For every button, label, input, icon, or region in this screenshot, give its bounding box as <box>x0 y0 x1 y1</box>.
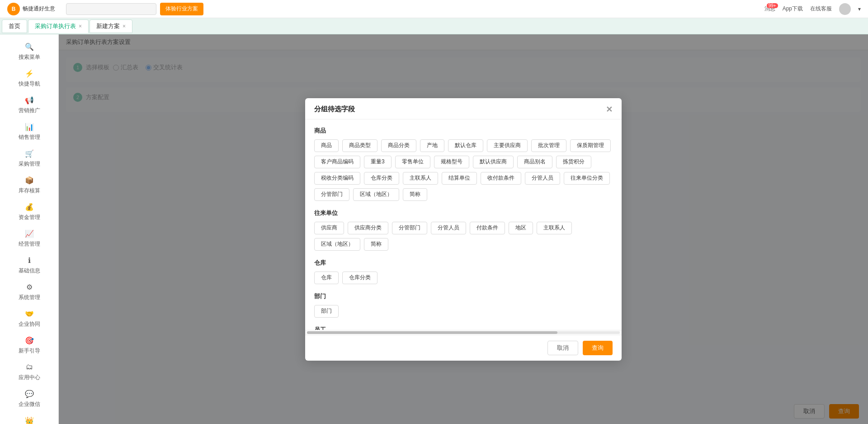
tab-home[interactable]: 首页 <box>2 19 27 33</box>
management-icon: 📈 <box>24 229 34 238</box>
field-tag-dept[interactable]: 分管部门 <box>314 188 349 201</box>
field-tag-shelf-life[interactable]: 保质期管理 <box>570 139 611 152</box>
field-tag-partner-category[interactable]: 往来单位分类 <box>564 172 610 185</box>
field-tag-settlement-unit[interactable]: 结算单位 <box>442 172 477 185</box>
sidebar-item-quick-nav-label: 快捷导航 <box>19 80 40 88</box>
member-icon: 👑 <box>24 415 34 424</box>
field-tag-main-contact[interactable]: 主联系人 <box>403 172 438 185</box>
field-tag-origin[interactable]: 产地 <box>420 139 444 152</box>
main-layout: 🔍 搜索菜单 ⚡ 快捷导航 📢 营销推广 📊 销售管理 🛒 采购管理 📦 库存核… <box>0 34 868 424</box>
sidebar-item-sales[interactable]: 📊 销售管理 <box>0 118 58 145</box>
sidebar-item-management[interactable]: 📈 经营管理 <box>0 225 58 252</box>
modal-hscrollbar[interactable] <box>305 330 622 334</box>
inventory-icon: 📦 <box>24 175 34 185</box>
notification-bell[interactable]: 消息 99+ <box>764 5 775 13</box>
cooperation-icon: 🤝 <box>24 309 34 319</box>
field-tag-main-contact2[interactable]: 主联系人 <box>537 222 572 234</box>
field-tag-supervisor[interactable]: 分管人员 <box>525 172 560 185</box>
field-tag-default-supplier[interactable]: 默认供应商 <box>473 156 514 168</box>
dropdown-arrow[interactable]: ▾ <box>858 6 861 12</box>
field-tag-pay-terms[interactable]: 付款条件 <box>470 222 505 234</box>
section-dept-tags: 部门 <box>314 305 613 318</box>
section-goods-tags: 商品 商品类型 商品分类 产地 默认仓库 主要供应商 批次管理 保质期管理 客户… <box>314 139 613 201</box>
section-employee-title: 员工 <box>314 326 613 330</box>
header-search-input[interactable] <box>66 3 156 15</box>
header-right: 消息 99+ App下载 在线客服 ▾ <box>764 3 861 15</box>
field-tag-supplier-cat[interactable]: 供应商分类 <box>348 222 388 234</box>
sidebar-item-inventory-label: 库存核算 <box>19 187 40 195</box>
online-service-link[interactable]: 在线客服 <box>810 5 832 13</box>
field-tag-tax-code[interactable]: 税收分类编码 <box>314 172 360 185</box>
field-tag-payment-terms[interactable]: 收付款条件 <box>481 172 521 185</box>
field-tag-customer-code[interactable]: 客户商品编码 <box>314 156 360 168</box>
tab-purchase-order-close[interactable]: × <box>79 23 82 29</box>
modal-footer: 取消 查询 <box>305 335 622 361</box>
modal-title: 分组待选字段 <box>314 105 355 114</box>
field-tag-warehouse[interactable]: 仓库 <box>314 272 339 284</box>
sidebar-item-member[interactable]: 👑 畅会员 <box>0 412 58 424</box>
app-download-link[interactable]: App下载 <box>783 5 803 13</box>
sidebar-item-inventory[interactable]: 📦 库存核算 <box>0 172 58 198</box>
field-tag-supervisor2[interactable]: 分管人员 <box>431 222 466 234</box>
modal-header: 分组待选字段 ✕ <box>305 98 622 119</box>
field-tag-dept2[interactable]: 分管部门 <box>392 222 427 234</box>
field-tag-retail-unit[interactable]: 零售单位 <box>395 156 430 168</box>
section-goods-title: 商品 <box>314 127 613 135</box>
field-tag-warehouse-category[interactable]: 仓库分类 <box>364 172 399 185</box>
field-tag-short-name-goods[interactable]: 简称 <box>403 188 427 201</box>
sidebar-item-system[interactable]: ⚙ 系统管理 <box>0 278 58 305</box>
sidebar-item-sales-label: 销售管理 <box>19 133 40 141</box>
tab-home-label: 首页 <box>9 22 20 30</box>
field-tag-warehouse-cat[interactable]: 仓库分类 <box>342 272 377 284</box>
field-select-modal: 分组待选字段 ✕ 商品 商品 商品类型 商品分类 产地 默认仓库 主要供应商 <box>305 98 622 361</box>
section-partner-title: 往来单位 <box>314 209 613 217</box>
field-tag-pick-points[interactable]: 拣货积分 <box>556 156 591 168</box>
section-warehouse: 仓库 仓库 仓库分类 <box>314 259 613 284</box>
field-tag-region-goods[interactable]: 区域（地区） <box>353 188 399 201</box>
tab-new-plan-label: 新建方案 <box>96 22 120 30</box>
sidebar-item-basic-info-label: 基础信息 <box>19 267 40 275</box>
field-tag-short-name-partner[interactable]: 简称 <box>364 238 388 251</box>
modal-confirm-btn[interactable]: 查询 <box>583 341 613 355</box>
field-tag-goods-category[interactable]: 商品分类 <box>381 139 416 152</box>
sidebar-item-quick-nav[interactable]: ⚡ 快捷导航 <box>0 65 58 91</box>
sidebar-item-wechat[interactable]: 💬 企业微信 <box>0 385 58 412</box>
section-warehouse-tags: 仓库 仓库分类 <box>314 272 613 284</box>
modal-cancel-btn[interactable]: 取消 <box>547 341 578 355</box>
field-tag-default-warehouse[interactable]: 默认仓库 <box>448 139 483 152</box>
section-warehouse-title: 仓库 <box>314 259 613 267</box>
field-tag-region-partner[interactable]: 区域（地区） <box>314 238 360 251</box>
sidebar-item-app-center[interactable]: 🗂 应用中心 <box>0 358 58 385</box>
tab-new-plan[interactable]: 新建方案 × <box>90 19 132 33</box>
section-partner-tags: 供应商 供应商分类 分管部门 分管人员 付款条件 地区 主联系人 区域（地区） … <box>314 222 613 251</box>
sidebar-item-basic-info[interactable]: ℹ 基础信息 <box>0 252 58 278</box>
sidebar-item-cooperation[interactable]: 🤝 企业协同 <box>0 305 58 332</box>
sidebar-item-finance[interactable]: 💰 资金管理 <box>0 198 58 225</box>
field-tag-area[interactable]: 地区 <box>509 222 533 234</box>
field-tag-goods-type[interactable]: 商品类型 <box>342 139 377 152</box>
tab-new-plan-close[interactable]: × <box>123 23 126 29</box>
sales-icon: 📊 <box>24 122 34 132</box>
field-tag-main-supplier[interactable]: 主要供应商 <box>487 139 528 152</box>
field-tag-department[interactable]: 部门 <box>314 305 339 318</box>
tab-purchase-order[interactable]: 采购订单执行表 × <box>28 19 89 33</box>
modal-overlay: 分组待选字段 ✕ 商品 商品 商品类型 商品分类 产地 默认仓库 主要供应商 <box>59 34 868 424</box>
sidebar-item-search[interactable]: 🔍 搜索菜单 <box>0 38 58 65</box>
sidebar-item-purchase-label: 采购管理 <box>19 160 40 168</box>
sidebar-item-marketing[interactable]: 📢 营销推广 <box>0 91 58 118</box>
finance-icon: 💰 <box>24 202 34 212</box>
sidebar-item-guide[interactable]: 🎯 新手引导 <box>0 332 58 358</box>
field-tag-spec-model[interactable]: 规格型号 <box>434 156 469 168</box>
sidebar-item-guide-label: 新手引导 <box>19 347 40 355</box>
modal-close-btn[interactable]: ✕ <box>606 105 613 114</box>
experience-btn[interactable]: 体验行业方案 <box>160 3 203 15</box>
sidebar-item-purchase[interactable]: 🛒 采购管理 <box>0 145 58 172</box>
field-tag-goods-alias[interactable]: 商品别名 <box>517 156 552 168</box>
field-tag-weight3[interactable]: 重量3 <box>364 156 392 168</box>
sidebar-item-system-label: 系统管理 <box>19 294 40 301</box>
field-tag-goods[interactable]: 商品 <box>314 139 339 152</box>
field-tag-supplier[interactable]: 供应商 <box>314 222 344 234</box>
field-tag-batch-mgmt[interactable]: 批次管理 <box>531 139 566 152</box>
app-center-icon: 🗂 <box>24 362 34 372</box>
user-avatar[interactable] <box>839 3 851 15</box>
